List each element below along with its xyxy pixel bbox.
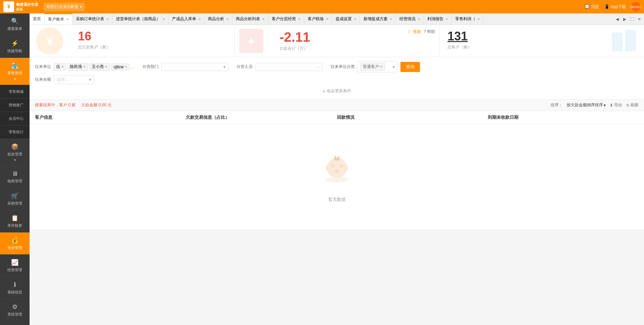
dept-select[interactable]: ▾ [161,63,228,71]
person-select[interactable]: ··· [255,63,323,71]
sidebar-item-purchase[interactable]: 🛒 采购管理 [0,188,30,210]
sidebar-item-member[interactable]: 会员中心 [0,112,30,125]
tab-product-in[interactable]: 产成品入库单 ✕ [169,13,205,25]
svg-point-12 [343,164,348,172]
tab-close-icon[interactable]: ✕ [418,17,420,21]
tab-customer-account[interactable]: 客户账本 ✕ [45,13,73,25]
tag-close-cj[interactable]: ✕ [125,65,127,69]
unit-tag-cj: cjttcw ✕ [111,64,130,70]
tab-home[interactable]: 首页 [30,13,45,25]
collapse-btn[interactable]: ∧ 收起更多条件 [321,87,352,95]
collapse-icon: ∧ [323,89,326,94]
stat-amount-label: 欠款合计（万） [280,46,310,51]
industry-selector[interactable]: 母婴行业演示帐套 ▾ [44,3,85,11]
unit-class-tag-close[interactable]: ✕ [380,65,383,69]
tab-close-icon[interactable]: ✕ [354,17,356,21]
tab-commission-setting[interactable]: 提成设置 ✕ [332,13,360,25]
svg-text:✦: ✦ [246,34,256,48]
help-btn[interactable]: ? 帮助 [424,29,435,35]
tab-close-icon[interactable]: ✕ [226,17,229,21]
sidebar-item-basic[interactable]: ℹ 基础信息 [0,277,30,299]
sidebar-item-search[interactable]: 🔍 搜索菜单 [0,13,30,36]
tab-close-icon[interactable]: ✕ [445,17,448,21]
filter-row-1: 往来单位 伍 ✕ 陈民强 ✕ 王小亮 [35,61,639,72]
tab-close-icon[interactable]: ✕ [66,17,69,21]
person-dropdown-icon: ··· [316,65,319,69]
tab-close-icon[interactable]: ✕ [106,17,109,21]
retail-icon: 🏪 [11,62,18,69]
svg-rect-13 [334,158,340,160]
tab-close-all-btn[interactable]: ✕ [636,16,643,23]
sidebar-item-retail[interactable]: 🏪 零售管理 ▾ [0,58,30,85]
refresh-btn[interactable]: ↻ 刷新 [626,102,639,108]
unit-class-select[interactable]: 普通客户 ✕ ▾ [357,61,398,72]
query-button[interactable]: 查询 [400,62,420,72]
results-bar: 搜索结果中，客户 0 家 欠款金额 0.00 元 排序： 按欠款金额倒序排序 ▾ [30,100,644,111]
export-icon: ⬇ [610,103,613,108]
stat-block-amount: ✦ -2.11 欠款合计（万） ▷ 视频 ? 帮助 [234,25,439,57]
svg-point-17 [340,165,342,167]
dept-filter-label: 分管部门 [142,64,159,70]
tab-purchase-order[interactable]: 采购订单统计表 ✕ [73,13,113,25]
empty-text: 暂无数据 [328,196,346,203]
logo-area: ¥ 畅捷通好生意 标版 [3,1,38,12]
tab-close-icon[interactable]: ✕ [198,17,201,21]
export-btn[interactable]: ⬇ 导出 [610,102,622,108]
tab-product-analysis-list[interactable]: 商品分析列表 ✕ [232,13,268,25]
sidebar-item-inventory[interactable]: 📋 库存核算 [0,210,30,232]
tag-close-wu[interactable]: ✕ [61,65,64,69]
sidebar-item-quick[interactable]: ⚡ 快捷导航 [0,36,30,58]
stat-block-customers: ¥ 16 总欠款客户（家） [30,25,234,57]
tab-close-icon[interactable]: ✕ [162,17,165,21]
tab-close-icon[interactable]: ✕ [390,17,392,21]
sidebar-item-wholesale[interactable]: 📦 批发管理 ▾ [0,139,30,166]
tab-stock-stat[interactable]: 进货单统计表（按商品） ✕ [113,13,169,25]
tab-close-icon[interactable]: ✕ [298,17,301,21]
operation-icon: 📈 [11,259,18,266]
sidebar-item-marketing[interactable]: 营销推广 [0,99,30,112]
svg-point-15 [338,156,340,158]
tab-profit-report[interactable]: 利润报告 ✕ [424,13,452,25]
sort-select[interactable]: 按欠款金额倒序排序 ▾ [567,102,606,108]
tab-nav-btns: ◀ ▶ ⛶ ✕ [612,16,644,23]
tab-new-commission[interactable]: 新增提成方案 ✕ [360,13,396,25]
sidebar-item-retail-shop[interactable]: 零售商城 [0,85,30,99]
wholesale-icon: 📦 [11,143,18,150]
tab-maximize-btn[interactable]: ⛶ [629,16,635,23]
sidebar-item-collab[interactable]: 🤝 企业协同 [0,321,30,325]
tab-close-icon[interactable]: ✕ [477,17,480,21]
filter-more-btn[interactable]: ... [131,65,134,69]
sidebar-item-retail-stat[interactable]: 零售统计 [0,125,30,139]
tag-close-chen[interactable]: ✕ [83,65,86,69]
balance-select[interactable]: 选择... ▾ [54,75,94,84]
download-btn[interactable]: 📱 App下载 [604,4,626,10]
user-menu[interactable]: demo2 [631,2,641,11]
tab-close-icon[interactable]: ✕ [262,17,265,21]
col-header-customer: 客户信息 [35,114,186,120]
tab-product-analysis[interactable]: 商品分析 ✕ [205,13,232,25]
balance-dropdown-icon: ▾ [89,77,91,82]
sort-label: 排序： [551,102,563,108]
video-btn[interactable]: ▷ 视频 [408,29,421,35]
tab-customer-contact[interactable]: 客户联络 ✕ [304,13,332,25]
tab-retail-profit[interactable]: 零售利润（ ✕ [452,13,484,25]
sidebar-item-finance[interactable]: 💰 资金管理 [0,232,30,255]
tag-close-wang[interactable]: ✕ [105,65,108,69]
sidebar-item-operation[interactable]: 📈 经营管理 [0,255,30,277]
sidebar-item-ecom[interactable]: 🖥 电商管理 [0,166,30,188]
system-icon: ⚙ [12,303,17,311]
message-btn[interactable]: 💬 消息 [585,4,599,10]
unit-tag-wu: 伍 ✕ [54,63,66,71]
col-header-payment: 回款情况 [337,114,488,120]
tab-next-btn[interactable]: ▶ [621,16,628,23]
tab-close-icon[interactable]: ✕ [326,17,329,21]
stat-total-value[interactable]: 131 [447,30,468,42]
tab-prev-btn[interactable]: ◀ [614,16,620,23]
finance-icon: 💰 [11,237,18,244]
sidebar-item-system[interactable]: ⚙ 系统管理 [0,299,30,321]
balance-filter-label: 往来余额 [35,77,51,82]
quick-icon: ⚡ [11,40,18,47]
tab-customer-layer[interactable]: 客户分层经营 ✕ [268,13,304,25]
dropdown-icon: ▾ [80,4,82,9]
tab-operation[interactable]: 经营情况 ✕ [396,13,424,25]
